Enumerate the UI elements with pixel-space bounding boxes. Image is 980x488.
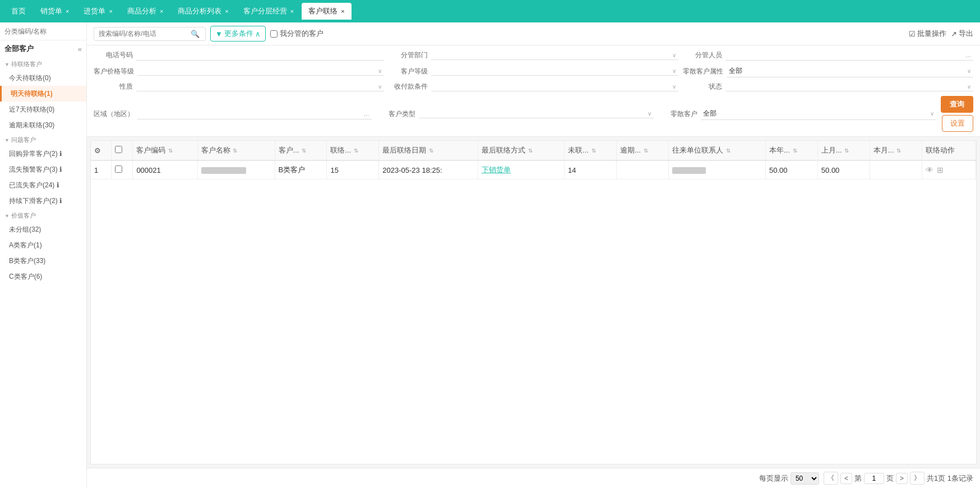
search-icon[interactable]: 🔍 (191, 30, 200, 38)
collapse-icon[interactable]: « (78, 45, 82, 53)
sidebar-search-input[interactable] (4, 27, 87, 35)
nav-item-销货单[interactable]: 销货单× (34, 3, 76, 20)
sidebar-group-待联络客户[interactable]: 待联络客户 (0, 57, 86, 70)
top-nav: 首页销货单×进货单×商品分析×商品分析列表×客户分层经营×客户联络× (0, 0, 980, 22)
first-page-btn[interactable]: 《 (824, 472, 838, 485)
select-all-checkbox[interactable] (115, 146, 122, 153)
sidebar-item-明天待联络(1)[interactable]: 明天待联络(1) (0, 86, 86, 102)
sort-icon: ⇅ (642, 148, 648, 154)
nav-item-商品分析列表[interactable]: 商品分析列表× (171, 3, 235, 20)
action-view-icon[interactable]: 👁 (926, 165, 933, 174)
close-icon[interactable]: × (225, 8, 228, 15)
close-icon[interactable]: × (66, 8, 69, 15)
col-header-8[interactable]: 未联... ⇅ (565, 141, 617, 160)
nav-item-客户分层经营[interactable]: 客户分层经营× (237, 3, 301, 20)
export-btn[interactable]: ↗ 导出 (951, 29, 973, 39)
close-icon[interactable]: × (160, 8, 163, 15)
sidebar-item-回购异常客户(2)[interactable]: 回购异常客户(2) ℹ (0, 146, 86, 162)
sidebar-item-已流失客户(24)[interactable]: 已流失客户(24) ℹ (0, 177, 86, 193)
col-header-7[interactable]: 最后联络方式 ⇅ (478, 141, 565, 160)
col-header-1 (111, 141, 133, 160)
sidebar-item-持续下滑客户(2)[interactable]: 持续下滑客户(2) ℹ (0, 193, 86, 209)
col-header-9[interactable]: 逾期... ⇅ (616, 141, 668, 160)
col-header-10[interactable]: 往来单位联系人 ⇅ (668, 141, 765, 160)
search-input[interactable] (99, 30, 188, 38)
last-contact-method-cell[interactable]: 下销货单 (478, 160, 565, 179)
col-header-0: ⚙ (91, 141, 111, 160)
sidebar-group-价值客户[interactable]: 价值客户 (0, 209, 86, 222)
close-icon[interactable]: × (109, 8, 112, 15)
action-cell: 👁⊞ (922, 160, 976, 179)
page-size-select[interactable]: 102050100 (791, 472, 819, 485)
sidebar-item-未分组(32)[interactable]: 未分组(32) (0, 222, 86, 237)
col-header-2[interactable]: 客户编码 ⇅ (133, 141, 197, 160)
nav-item-客户联络[interactable]: 客户联络× (302, 3, 351, 20)
next-page-btn[interactable]: > (896, 473, 908, 484)
last-page-btn[interactable]: 》 (910, 472, 924, 485)
action-qr-icon[interactable]: ⊞ (937, 165, 944, 174)
sidebar-group-问题客户[interactable]: 问题客户 (0, 133, 86, 146)
filter-label-零散客户属性: 零散客户属性 (683, 67, 723, 76)
sidebar-item-逾期未联络(30)[interactable]: 逾期未联络(30) (0, 117, 86, 133)
contact-count-cell: 15 (327, 160, 379, 179)
filter-dots-分管人员[interactable]: ... (965, 51, 971, 59)
nav-item-首页[interactable]: 首页 (4, 3, 33, 20)
col-header-12[interactable]: 上月... ⇅ (817, 141, 870, 160)
filter-row-0: 电话号码分管部门∨分管人员... (94, 50, 973, 61)
table-wrap: ⚙客户编码 ⇅客户名称 ⇅客户... ⇅联络... ⇅最后联络日期 ⇅最后联络方… (90, 140, 977, 464)
nav-item-进货单[interactable]: 进货单× (77, 3, 119, 20)
my-customers-checkbox-label[interactable]: 我分管的客户 (270, 29, 323, 39)
link-value[interactable]: 下销货单 (482, 165, 511, 174)
nav-item-商品分析[interactable]: 商品分析× (121, 3, 170, 20)
row-checkbox[interactable] (115, 165, 122, 173)
sidebar-item-今天待联络(0)[interactable]: 今天待联络(0) (0, 70, 86, 86)
filter-select-wrap-客户类型: ∨ (419, 109, 654, 118)
col-header-6[interactable]: 最后联络日期 ⇅ (379, 141, 478, 160)
filter-select-wrap-客户等级: ∨ (431, 67, 679, 76)
col-header-4[interactable]: 客户... ⇅ (275, 141, 327, 160)
export-label: 导出 (959, 29, 973, 39)
sidebar: 🔍 全部客户 « 待联络客户今天待联络(0)明天待联络(1)近7天待联络(0)逾… (0, 22, 87, 488)
batch-op-btn[interactable]: ☑ 批量操作 (909, 29, 946, 39)
col-header-11[interactable]: 本年... ⇅ (765, 141, 817, 160)
filter-field-分管人员: 分管人员... (683, 50, 973, 61)
filter-more-btn[interactable]: ▼ 更多条件 ∧ (210, 26, 266, 42)
chevron-down-icon: ∨ (930, 111, 934, 117)
export-icon: ↗ (951, 30, 957, 38)
filter-row-3: 区域（地区）...客户类型∨零散客户全部∨查询设置 (94, 96, 973, 132)
filter-dots-区域（地区）[interactable]: ... (364, 110, 369, 118)
all-customers-header[interactable]: 全部客户 « (0, 40, 86, 57)
my-customers-checkbox[interactable] (270, 30, 278, 38)
col-header-3[interactable]: 客户名称 ⇅ (197, 141, 275, 160)
filter-input-电话号码[interactable] (136, 50, 384, 61)
sidebar-item-近7天待联络(0)[interactable]: 近7天待联络(0) (0, 102, 86, 117)
close-icon[interactable]: × (290, 8, 294, 15)
filter-select-零散客户属性[interactable]: 全部 (729, 66, 967, 76)
page-size-area: 每页显示 102050100 (759, 472, 819, 485)
sidebar-item-流失预警客户(3)[interactable]: 流失预警客户(3) ℹ (0, 162, 86, 177)
sort-icon: ⇅ (526, 148, 533, 154)
sidebar-item-C类客户(6)[interactable]: C类客户(6) (0, 269, 86, 284)
prev-page-btn[interactable]: < (840, 473, 852, 484)
customer-table: ⚙客户编码 ⇅客户名称 ⇅客户... ⇅联络... ⇅最后联络日期 ⇅最后联络方… (91, 141, 976, 179)
col-header-13[interactable]: 本月... ⇅ (870, 141, 922, 160)
filter-label-客户等级: 客户等级 (389, 67, 428, 76)
query-button[interactable]: 查询 (941, 96, 973, 113)
sort-icon: ⇅ (590, 148, 596, 154)
filter-select-wrap-零散客户: 全部∨ (701, 108, 936, 120)
checkbox-cell[interactable] (111, 160, 133, 179)
close-icon[interactable]: × (341, 8, 344, 15)
col-header-5[interactable]: 联络... ⇅ (327, 141, 379, 160)
sort-icon: ⇅ (352, 148, 358, 154)
page-input[interactable] (864, 473, 884, 484)
gear-icon[interactable]: ⚙ (94, 146, 101, 155)
filter-label-性质: 性质 (94, 82, 133, 91)
sort-icon: ⇅ (895, 148, 902, 154)
sidebar-item-B类客户(33)[interactable]: B类客户(33) (0, 253, 86, 269)
total-label: 共1页 1条记录 (927, 473, 973, 484)
sidebar-item-A类客户(1)[interactable]: A类客户(1) (0, 237, 86, 253)
set-button[interactable]: 设置 (942, 115, 973, 132)
chevron-down-icon: ∨ (672, 52, 676, 58)
filter-select-零散客户[interactable]: 全部 (703, 109, 930, 118)
filter-icon: ▼ (215, 30, 223, 38)
